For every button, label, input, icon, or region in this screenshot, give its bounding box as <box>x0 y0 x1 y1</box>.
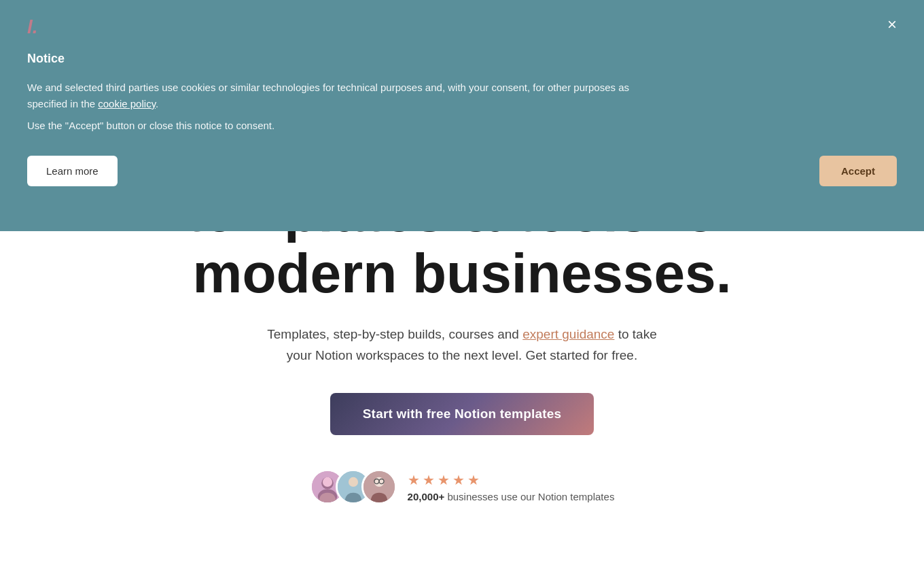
star-2: ★ <box>423 472 435 488</box>
cookie-policy-link[interactable]: cookie policy <box>98 98 156 109</box>
social-proof-text: 20,000+ businesses use our Notion templa… <box>408 491 615 502</box>
star-5: ★ <box>467 472 480 488</box>
cookie-close-button[interactable]: × <box>887 16 897 33</box>
star-1: ★ <box>408 472 420 488</box>
cookie-notice: l. × Notice We and selected third partie… <box>0 0 924 231</box>
avatar <box>361 469 397 504</box>
logo: l. <box>27 16 897 38</box>
svg-point-5 <box>349 477 358 487</box>
cta-button[interactable]: Start with free Notion templates <box>330 393 594 435</box>
social-proof: ★ ★ ★ ★ ★ 20,000+ businesses use our Not… <box>310 469 615 504</box>
expert-guidance-link[interactable]: expert guidance <box>522 327 614 341</box>
star-3: ★ <box>438 472 450 488</box>
social-info: ★ ★ ★ ★ ★ 20,000+ businesses use our Not… <box>408 472 615 502</box>
star-4: ★ <box>452 472 465 488</box>
cookie-actions: Learn more Accept <box>27 156 897 186</box>
notice-body2-text: Use the "Accept" button or close this no… <box>27 118 897 134</box>
hero-subtitle: Templates, step-by-step builds, courses … <box>258 324 666 366</box>
notice-body-text: We and selected third parties use cookie… <box>27 80 639 112</box>
accept-button[interactable]: Accept <box>819 156 897 186</box>
notice-title: Notice <box>27 52 897 66</box>
star-rating: ★ ★ ★ ★ ★ <box>408 472 615 488</box>
svg-point-3 <box>323 477 332 487</box>
avatar-group <box>310 469 397 504</box>
learn-more-button[interactable]: Learn more <box>27 156 118 186</box>
